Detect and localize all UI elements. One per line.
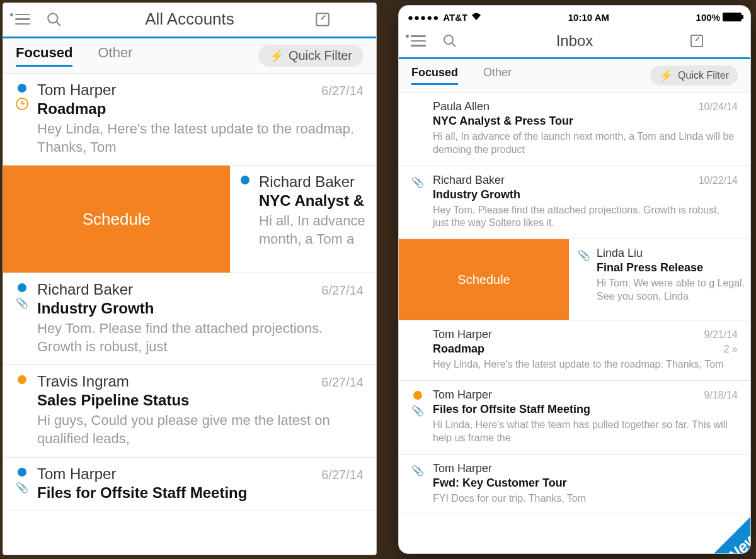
nav-title[interactable]: Inbox [556, 32, 593, 50]
nav-bar: Inbox [399, 26, 750, 59]
date: 6/27/14 [321, 375, 364, 390]
menu-icon[interactable] [410, 33, 427, 49]
date: 6/27/14 [321, 84, 364, 98]
subject: Files for Offsite Staff Meeting [433, 403, 738, 416]
subject: Files for Offsite Staff Meeting [37, 484, 364, 502]
date: 9/18/14 [704, 390, 738, 401]
schedule-action[interactable]: Schedule [399, 239, 569, 320]
filter-row: Focused Other ⚡ Quick Filter [399, 59, 750, 93]
signal-icon: ●●●●● [408, 12, 439, 23]
search-icon[interactable] [46, 11, 62, 28]
sender: Tom Harper [433, 462, 492, 475]
sender: Linda Liu [597, 247, 643, 260]
svg-line-1 [56, 21, 60, 26]
unread-dot-icon [18, 375, 26, 384]
subject: Industry Growth [37, 300, 364, 317]
bolt-icon: ⚡ [270, 49, 284, 63]
preview: Hi all, In advance month, a Tom a [259, 212, 376, 248]
swipe-row[interactable]: Schedule 📎 Linda Liu Final Press Release… [399, 239, 750, 320]
attachment-icon: 📎 [411, 465, 424, 477]
sender: Tom Harper [37, 81, 116, 99]
date: 10/22/14 [699, 175, 738, 186]
compose-icon[interactable] [314, 11, 331, 28]
bolt-icon: ⚡ [659, 69, 673, 82]
preview: Hey Tom. Please find the attached projec… [433, 204, 738, 230]
tab-focused[interactable]: Focused [16, 45, 72, 67]
preview: Hey Linda, Here's the latest update to t… [37, 120, 364, 156]
unread-dot-icon [18, 84, 26, 93]
attachment-icon: 📎 [16, 482, 28, 494]
sender: Tom Harper [433, 328, 492, 341]
subject: Fwd: Key Customer Tour [433, 477, 738, 490]
date: 6/27/14 [321, 468, 364, 482]
sender: Richard Baker [37, 281, 133, 298]
sender: Richard Baker [259, 173, 355, 191]
email-row[interactable]: Tom Harper6/27/14 Roadmap Hey Linda, Her… [3, 74, 376, 166]
clock-time: 10:10 AM [568, 12, 609, 23]
svg-rect-2 [316, 13, 329, 26]
subject: NYC Analyst & Press Tour [433, 115, 738, 128]
subject: Industry Growth [433, 188, 738, 201]
quick-filter-button[interactable]: ⚡ Quick Filter [258, 45, 364, 67]
sender: Travis Ingram [37, 373, 129, 390]
carrier: AT&T [443, 12, 467, 23]
email-list: Tom Harper6/27/14 Roadmap Hey Linda, Her… [3, 74, 376, 555]
email-row[interactable]: Travis Ingram6/27/14 Sales Pipeline Stat… [3, 365, 376, 457]
attachment-icon: 📎 [578, 249, 590, 261]
right-screenshot: ●●●●● AT&T 10:10 AM 100% Inbox [398, 5, 751, 554]
filter-row: Focused Other ⚡ Quick Filter [3, 38, 376, 74]
sender: Richard Baker [433, 174, 505, 187]
search-icon[interactable] [442, 33, 458, 49]
swipe-row[interactable]: Schedule Richard Baker NYC Analyst & Hi … [3, 166, 376, 273]
left-screenshot: All Accounts Focused Other ⚡ Quick Filte… [3, 3, 377, 555]
preview: Hey Tom. Please find the attached projec… [37, 320, 364, 356]
battery-percent: 100% [696, 12, 720, 23]
sender: Tom Harper [37, 465, 116, 483]
unread-dot-icon [18, 468, 26, 477]
quick-filter-button[interactable]: ⚡ Quick Filter [650, 65, 738, 86]
schedule-label: Schedule [457, 273, 510, 287]
svg-rect-6 [691, 35, 702, 47]
quick-filter-label: Quick Filter [678, 70, 729, 81]
compose-icon[interactable] [689, 33, 705, 49]
sender: Tom Harper [433, 388, 492, 402]
clock-icon [16, 98, 28, 110]
email-list: Paula Allen10/24/14 NYC Analyst & Press … [399, 93, 750, 553]
email-row[interactable]: 📎 Tom Harper6/27/14 Files for Offsite St… [3, 458, 376, 511]
preview: Hey Linda, Here's the latest update to t… [433, 358, 738, 371]
subject: Roadmap [433, 342, 484, 356]
svg-line-3 [321, 15, 325, 20]
schedule-action[interactable]: Schedule [3, 166, 230, 273]
tab-focused[interactable]: Focused [411, 66, 458, 85]
preview: Hi Tom, We were able to g Legal. See you… [597, 277, 750, 303]
quick-filter-label: Quick Filter [289, 48, 352, 63]
svg-point-4 [444, 35, 453, 44]
unread-dot-icon [18, 283, 26, 292]
preview: Hi Linda, Here's what the team has pulle… [433, 419, 738, 445]
attachment-icon: 📎 [16, 297, 28, 309]
email-row[interactable]: 📎 Tom Harper Fwd: Key Customer Tour FYI … [399, 455, 750, 515]
nav-title[interactable]: All Accounts [145, 9, 234, 29]
date: 6/27/14 [321, 283, 364, 298]
unread-dot-icon [413, 391, 422, 400]
date: 10/24/14 [699, 101, 738, 113]
attachment-icon: 📎 [411, 176, 424, 188]
sender: Paula Allen [433, 100, 490, 113]
svg-point-0 [48, 13, 57, 23]
email-row[interactable]: Paula Allen10/24/14 NYC Analyst & Press … [399, 93, 750, 166]
email-row[interactable]: Tom Harper9/21/14 Roadmap2 » Hey Linda, … [399, 320, 750, 381]
email-row[interactable]: 📎 Tom Harper9/18/14 Files for Offsite St… [399, 381, 750, 455]
svg-line-5 [452, 43, 455, 47]
menu-icon[interactable] [14, 11, 31, 28]
thread-count: 2 » [724, 344, 738, 355]
unread-dot-icon [241, 176, 249, 184]
preview: Hi guys, Could you please give me the la… [37, 412, 364, 448]
nav-bar: All Accounts [3, 3, 376, 38]
preview: Hi all, In advance of the launch next mo… [433, 130, 738, 157]
tab-other[interactable]: Other [483, 66, 512, 85]
schedule-label: Schedule [83, 210, 151, 229]
svg-line-7 [696, 37, 699, 41]
email-row[interactable]: 📎 Richard Baker10/22/14 Industry Growth … [399, 166, 750, 240]
tab-other[interactable]: Other [98, 45, 132, 67]
email-row[interactable]: 📎 Richard Baker6/27/14 Industry Growth H… [3, 273, 376, 365]
